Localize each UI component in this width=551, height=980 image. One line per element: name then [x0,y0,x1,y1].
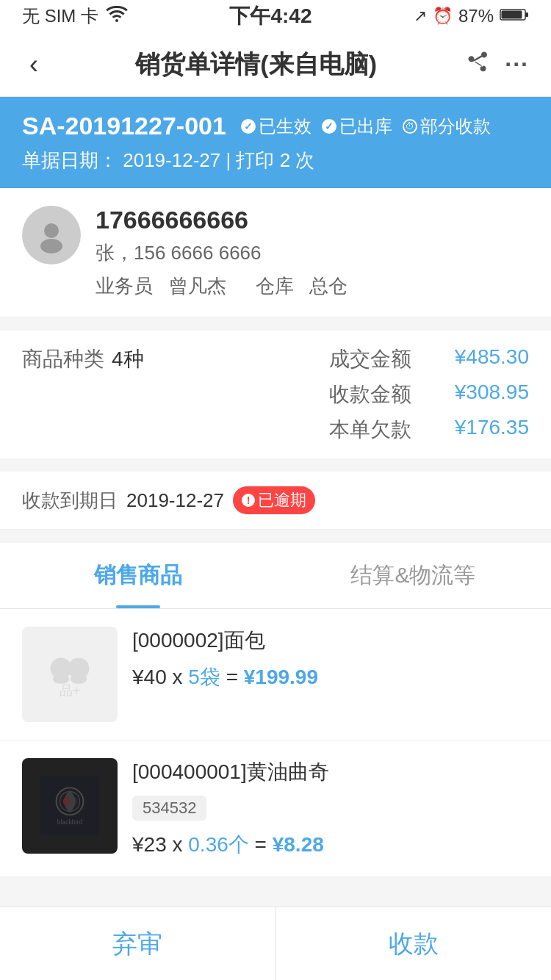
order-date: 2019-12-27 [123,149,220,171]
status-time: 下午4:42 [229,2,311,30]
sales-label: 业务员 [96,275,153,297]
order-id: SA-20191227-001 [22,112,226,140]
sales-name: 曾凡杰 [169,275,226,297]
received-amount-value: ¥308.95 [426,381,529,408]
customer-avatar [22,206,81,264]
due-date-section: 收款到期日 2019-12-27 ! 已逾期 [0,472,551,530]
date-label: 单据日期： [22,149,118,171]
print-count: | 打印 2 次 [226,149,314,171]
due-amount-label: 本单欠款 [329,416,411,444]
product-image-2: blackbird [22,758,118,854]
warehouse-label: 仓库 [256,275,294,297]
customer-name-phone: 张，156 6666 6666 [96,240,529,266]
due-date-label: 收款到期日 [22,488,118,514]
deal-amount-row: 成交金额 ¥485.30 [329,345,529,373]
customer-id: 17666666666 [96,206,529,234]
sales-info: 业务员 曾凡杰 [96,273,226,299]
overdue-label: 已逾期 [258,489,306,511]
svg-point-4 [40,239,62,253]
badge-shipped: ✓ 已出库 [322,115,392,138]
battery-icon [500,6,529,26]
more-icon[interactable]: ··· [505,51,529,78]
badge-effective: ✓ 已生效 [241,115,311,138]
svg-rect-2 [501,11,522,19]
wifi-icon [106,6,128,26]
product-name-2: [000400001]黄油曲奇 [132,758,529,786]
nav-right: ··· [467,50,529,79]
collect-payment-button[interactable]: 收款 [276,907,552,980]
overdue-icon: ! [242,494,255,507]
order-header: SA-20191227-001 ✓ 已生效 ✓ 已出库 ⏱ 部分收款 单据日期：… [0,97,551,188]
product-price-1: ¥40 x 5袋 = ¥199.99 [132,663,529,691]
product-item-1: 品+ [0000002]面包 ¥40 x 5袋 = ¥199.99 [0,609,551,741]
overdue-badge: ! 已逾期 [233,486,315,514]
svg-text:品+: 品+ [60,683,80,698]
status-right: ↗ ⏰ 87% [414,6,529,26]
due-date-value: 2019-12-27 [126,489,224,512]
received-amount-label: 收款金额 [329,381,411,408]
product-types: 商品种类 4种 [22,345,144,373]
cancel-review-button[interactable]: 弃审 [0,907,276,980]
svg-point-8 [71,674,87,684]
status-left: 无 SIM 卡 [22,4,128,28]
svg-point-7 [53,674,69,684]
carrier-text: 无 SIM 卡 [22,4,98,28]
order-date-row: 单据日期： 2019-12-27 | 打印 2 次 [22,148,529,173]
product-info-1: [0000002]面包 ¥40 x 5袋 = ¥199.99 [132,627,529,691]
product-info-2: [000400001]黄油曲奇 534532 ¥23 x 0.36个 = ¥8.… [132,758,529,859]
order-header-row1: SA-20191227-001 ✓ 已生效 ✓ 已出库 ⏱ 部分收款 [22,112,529,140]
alarm-icon: ⏰ [433,7,453,26]
received-amount-row: 收款金额 ¥308.95 [329,381,529,408]
amount-section: 商品种类 4种 成交金额 ¥485.30 收款金额 ¥308.95 本单欠款 ¥… [0,331,551,458]
customer-section: 17666666666 张，156 6666 6666 业务员 曾凡杰 仓库 总… [0,188,551,317]
product-types-label: 商品种类 [22,345,104,373]
product-price-2: ¥23 x 0.36个 = ¥8.28 [132,831,529,859]
location-icon: ↗ [414,7,427,26]
status-badges: ✓ 已生效 ✓ 已出库 ⏱ 部分收款 [241,115,491,138]
clock-icon: ⏱ [403,119,417,134]
warehouse-name: 总仓 [309,275,347,297]
product-item-2: blackbird [000400001]黄油曲奇 534532 ¥23 x 0… [0,741,551,877]
nav-title: 销货单详情(来自电脑) [135,48,377,82]
check-icon-2: ✓ [322,119,336,134]
svg-rect-1 [525,12,528,17]
status-bar: 无 SIM 卡 下午4:42 ↗ ⏰ 87% [0,0,551,32]
product-tag-2: 534532 [132,796,206,821]
product-name-1: [0000002]面包 [132,627,529,655]
product-list: 品+ [0000002]面包 ¥40 x 5袋 = ¥199.99 blackb… [0,609,551,877]
amounts-right: 成交金额 ¥485.30 收款金额 ¥308.95 本单欠款 ¥176.35 [329,345,529,444]
tab-sales-products[interactable]: 销售商品 [0,543,276,608]
svg-point-3 [44,223,59,238]
due-amount-value: ¥176.35 [426,416,529,444]
bottom-bar: 弃审 收款 [0,907,551,980]
svg-text:blackbird: blackbird [57,818,83,826]
badge-partial-payment: ⏱ 部分收款 [403,115,491,138]
product-types-value: 4种 [112,345,144,373]
warehouse-info: 仓库 总仓 [256,273,348,299]
customer-meta: 业务员 曾凡杰 仓库 总仓 [96,273,529,299]
nav-bar: ‹ 销货单详情(来自电脑) ··· [0,32,551,97]
back-button[interactable]: ‹ [22,42,46,87]
deal-amount-value: ¥485.30 [426,345,529,373]
customer-info: 17666666666 张，156 6666 6666 业务员 曾凡杰 仓库 总… [96,206,529,299]
battery-text: 87% [458,6,494,26]
due-amount-row: 本单欠款 ¥176.35 [329,416,529,444]
share-icon[interactable] [467,50,490,79]
check-icon: ✓ [241,119,256,134]
deal-amount-label: 成交金额 [329,345,411,373]
tab-settlement-logistics[interactable]: 结算&物流等 [276,543,551,608]
product-image-1: 品+ [22,627,118,722]
product-tabs: 销售商品 结算&物流等 [0,543,551,609]
